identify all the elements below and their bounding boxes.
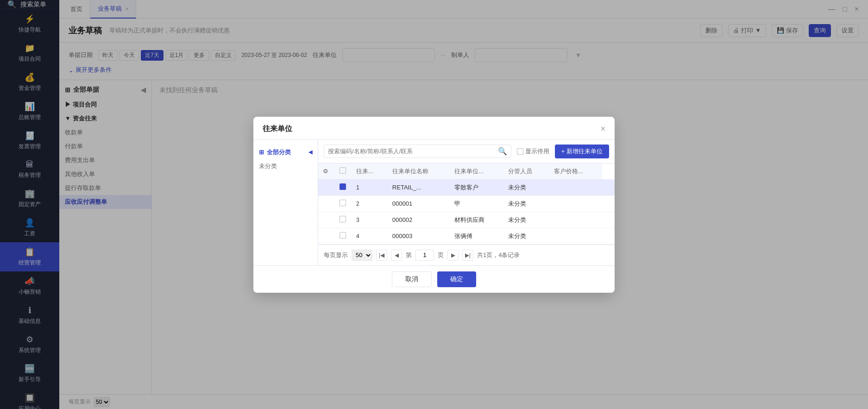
row-category: 未分类 — [503, 228, 549, 244]
row-code: 000002 — [388, 212, 450, 228]
last-page-btn[interactable]: ▶| — [462, 250, 473, 261]
row-price — [602, 195, 615, 212]
row-checkbox[interactable] — [335, 195, 352, 212]
row-settings — [318, 212, 335, 228]
prev-page-btn[interactable]: ◀ — [391, 250, 402, 261]
col-checkbox[interactable] — [335, 164, 352, 180]
row-category: 未分类 — [503, 212, 549, 228]
dialog-body: ⊞ 全部分类 ◀ 未分类 🔍 显示停用 — [253, 140, 615, 265]
grid-icon-small: ⊞ — [259, 149, 264, 156]
col-settings[interactable]: ⚙ — [318, 164, 335, 180]
dialog-table-scroll[interactable]: ⚙ 往来... 往来单位名称 往来单位... 分管人员 客户价格... — [318, 164, 615, 245]
row-price — [602, 212, 615, 228]
cat-header[interactable]: ⊞ 全部分类 ◀ — [253, 145, 318, 159]
row-checkbox[interactable] — [335, 228, 352, 244]
page-input[interactable] — [415, 250, 434, 261]
table-row[interactable]: 3 000002 材料供应商 未分类 — [318, 212, 615, 228]
row-checkbox[interactable] — [335, 212, 352, 228]
table-row[interactable]: 4 000003 张俩傅 未分类 — [318, 228, 615, 244]
dialog-footer: 取消 确定 — [253, 265, 615, 293]
dialog-right-content: 🔍 显示停用 + 新增往来单位 ⚙ — [318, 140, 615, 265]
row-name: 材料供应商 — [450, 212, 503, 228]
row-manager — [549, 195, 602, 212]
show-disabled-label: 显示停用 — [525, 147, 549, 156]
first-page-btn[interactable]: |◀ — [376, 250, 387, 261]
row-manager — [549, 228, 602, 244]
table-header-row: ⚙ 往来... 往来单位名称 往来单位... 分管人员 客户价格... — [318, 164, 615, 180]
dialog-header: 往来单位 × — [253, 117, 615, 140]
row-price — [602, 228, 615, 244]
row-num: 2 — [352, 195, 388, 212]
row-name: 张俩傅 — [450, 228, 503, 244]
page-unit: 页 — [438, 251, 444, 259]
dialog-overlay: 往来单位 × ⊞ 全部分类 ◀ 未分类 — [0, 0, 868, 409]
row-name: 零散客户 — [450, 179, 503, 195]
row-settings — [318, 179, 335, 195]
collapse-cat-icon[interactable]: ◀ — [308, 149, 312, 155]
row-code: 000003 — [388, 228, 450, 244]
row-code: 000001 — [388, 195, 450, 212]
dialog-categories: ⊞ 全部分类 ◀ 未分类 — [253, 140, 318, 265]
page-label: 第 — [406, 251, 412, 259]
row-category: 未分类 — [503, 195, 549, 212]
col-name: 往来单位名称 — [388, 164, 450, 180]
per-page-label: 每页显示 — [324, 251, 348, 259]
confirm-button[interactable]: 确定 — [437, 271, 476, 287]
dialog-title: 往来单位 — [263, 124, 292, 134]
row-num: 1 — [352, 179, 388, 195]
show-disabled-checkbox[interactable] — [517, 148, 523, 155]
row-code: RETAIL_... — [388, 179, 450, 195]
row-category: 未分类 — [503, 179, 549, 195]
search-box: 🔍 — [324, 145, 511, 158]
row-price — [602, 179, 615, 195]
per-page-select[interactable]: 50 — [352, 250, 372, 261]
col-category: 往来单位... — [450, 164, 503, 180]
pagination: 每页显示 50 |◀ ◀ 第 页 ▶ ▶| 共1页，4条记录 — [318, 245, 615, 265]
cancel-button[interactable]: 取消 — [392, 271, 432, 287]
search-icon-dialog: 🔍 — [498, 147, 507, 156]
row-checkbox[interactable] — [335, 179, 352, 195]
dialog-toolbar: 🔍 显示停用 + 新增往来单位 — [318, 140, 615, 164]
total-info: 共1页，4条记录 — [477, 251, 520, 259]
col-code: 往来... — [352, 164, 388, 180]
row-num: 4 — [352, 228, 388, 244]
col-price: 客户价格... — [549, 164, 602, 180]
row-settings — [318, 228, 335, 244]
search-input[interactable] — [328, 148, 495, 155]
cat-item-uncategorized[interactable]: 未分类 — [253, 159, 318, 173]
row-settings — [318, 195, 335, 212]
show-disabled-toggle[interactable]: 显示停用 — [517, 147, 549, 156]
row-manager — [549, 179, 602, 195]
row-name: 甲 — [450, 195, 503, 212]
next-page-btn[interactable]: ▶ — [447, 250, 459, 261]
dialog-table: ⚙ 往来... 往来单位名称 往来单位... 分管人员 客户价格... — [318, 164, 615, 245]
table-row[interactable]: 1 RETAIL_... 零散客户 未分类 — [318, 179, 615, 195]
row-manager — [549, 212, 602, 228]
cat-header-label: 全部分类 — [267, 148, 291, 157]
table-row[interactable]: 2 000001 甲 未分类 — [318, 195, 615, 212]
row-num: 3 — [352, 212, 388, 228]
counterparty-dialog: 往来单位 × ⊞ 全部分类 ◀ 未分类 — [253, 117, 615, 293]
col-manager: 分管人员 — [503, 164, 549, 180]
dialog-close-btn[interactable]: × — [600, 124, 605, 134]
add-counterparty-btn[interactable]: + 新增往来单位 — [555, 145, 609, 158]
